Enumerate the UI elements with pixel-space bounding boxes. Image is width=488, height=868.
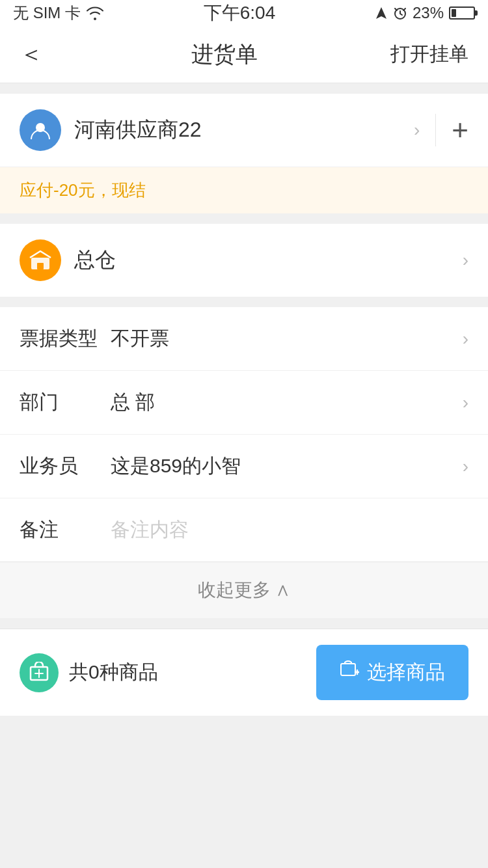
salesperson-chevron-icon: › bbox=[463, 456, 468, 477]
dept-row[interactable]: 部门 总 部 › bbox=[0, 371, 488, 435]
battery-icon bbox=[449, 7, 475, 20]
salesperson-value: 这是859的小智 bbox=[111, 453, 463, 480]
invoice-value: 不开票 bbox=[111, 325, 463, 352]
notice-bar: 应付-20元，现结 bbox=[0, 167, 488, 213]
salesperson-label: 业务员 bbox=[20, 453, 111, 480]
select-product-label: 选择商品 bbox=[367, 659, 445, 686]
back-button[interactable]: ＜ bbox=[20, 38, 59, 70]
bottom-bar: 共0种商品 选择商品 bbox=[0, 629, 488, 716]
invoice-row[interactable]: 票据类型 不开票 › bbox=[0, 307, 488, 371]
form-section: 票据类型 不开票 › 部门 总 部 › 业务员 这是859的小智 › 备注 备注… bbox=[0, 297, 488, 562]
supplier-chevron-icon: › bbox=[414, 120, 420, 141]
open-pending-button[interactable]: 打开挂单 bbox=[390, 41, 468, 68]
warehouse-name: 总仓 bbox=[74, 246, 463, 275]
warehouse-icon bbox=[20, 239, 61, 281]
status-right: 23% bbox=[375, 4, 475, 22]
product-count-text: 共0种商品 bbox=[69, 659, 158, 686]
dept-label: 部门 bbox=[20, 389, 111, 416]
supplier-row[interactable]: 河南供应商22 › + bbox=[0, 94, 488, 167]
section-gap-1 bbox=[0, 83, 488, 94]
notice-text: 应付-20元，现结 bbox=[20, 180, 146, 200]
dept-value: 总 部 bbox=[111, 389, 463, 416]
product-icon bbox=[20, 653, 59, 692]
status-left: 无 SIM 卡 bbox=[13, 3, 104, 23]
status-bar: 无 SIM 卡 下午6:04 23% bbox=[0, 0, 488, 26]
select-product-icon bbox=[340, 660, 359, 685]
add-supplier-button[interactable]: + bbox=[452, 116, 468, 144]
supplier-name: 河南供应商22 bbox=[74, 116, 414, 144]
nav-bar: ＜ 进货单 打开挂单 bbox=[0, 26, 488, 83]
invoice-chevron-icon: › bbox=[463, 329, 468, 349]
remark-row[interactable]: 备注 备注内容 bbox=[0, 498, 488, 562]
svg-rect-5 bbox=[341, 664, 355, 675]
battery-text: 23% bbox=[413, 4, 444, 22]
alarm-icon bbox=[393, 6, 407, 20]
supplier-avatar bbox=[20, 109, 61, 151]
supplier-divider bbox=[435, 114, 436, 146]
svg-rect-3 bbox=[37, 263, 44, 269]
select-product-button[interactable]: 选择商品 bbox=[316, 645, 468, 700]
warehouse-chevron-icon: › bbox=[463, 250, 468, 271]
page-title: 进货单 bbox=[191, 40, 258, 70]
remark-input[interactable]: 备注内容 bbox=[111, 517, 468, 543]
location-icon bbox=[375, 6, 388, 20]
wifi-icon bbox=[86, 6, 104, 20]
collapse-button[interactable]: 收起更多 ∧ bbox=[0, 562, 488, 618]
invoice-label: 票据类型 bbox=[20, 325, 111, 352]
supplier-section: 河南供应商22 › + 应付-20元，现结 bbox=[0, 94, 488, 213]
remark-label: 备注 bbox=[20, 517, 111, 543]
status-time: 下午6:04 bbox=[204, 1, 276, 25]
salesperson-row[interactable]: 业务员 这是859的小智 › bbox=[0, 435, 488, 498]
product-count-area: 共0种商品 bbox=[20, 653, 158, 692]
carrier-text: 无 SIM 卡 bbox=[13, 3, 81, 23]
warehouse-row[interactable]: 总仓 › bbox=[0, 213, 488, 297]
dept-chevron-icon: › bbox=[463, 392, 468, 413]
